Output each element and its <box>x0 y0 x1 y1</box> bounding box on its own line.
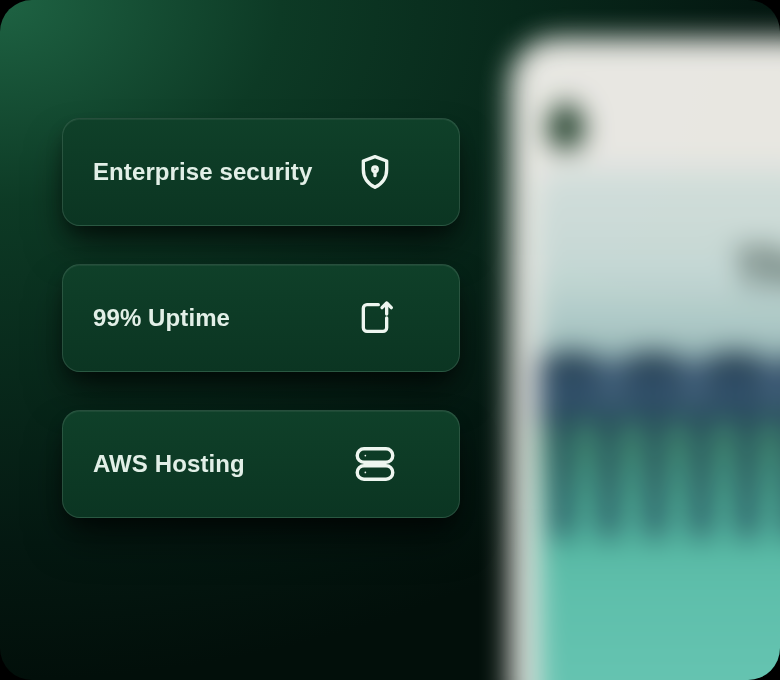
external-up-icon <box>353 296 397 340</box>
feature-card-list: Enterprise security 99% Uptime AWS H <box>62 118 460 518</box>
phone-mockup: Th <box>510 38 780 680</box>
svg-point-3 <box>365 455 367 457</box>
feature-card-enterprise-security[interactable]: Enterprise security <box>62 118 460 226</box>
feature-card-uptime[interactable]: 99% Uptime <box>62 264 460 372</box>
svg-rect-2 <box>357 466 393 480</box>
feature-card-aws-hosting[interactable]: AWS Hosting <box>62 410 460 518</box>
feature-card-label: AWS Hosting <box>93 450 245 478</box>
feature-card-label: 99% Uptime <box>93 304 230 332</box>
svg-point-4 <box>365 472 367 474</box>
mockup-headline: Th <box>736 238 780 298</box>
shield-lock-icon <box>353 150 397 194</box>
hero-panel: Th Enterprise security <box>0 0 780 680</box>
server-icon <box>353 442 397 486</box>
feature-card-label: Enterprise security <box>93 158 312 186</box>
svg-rect-1 <box>357 449 393 463</box>
